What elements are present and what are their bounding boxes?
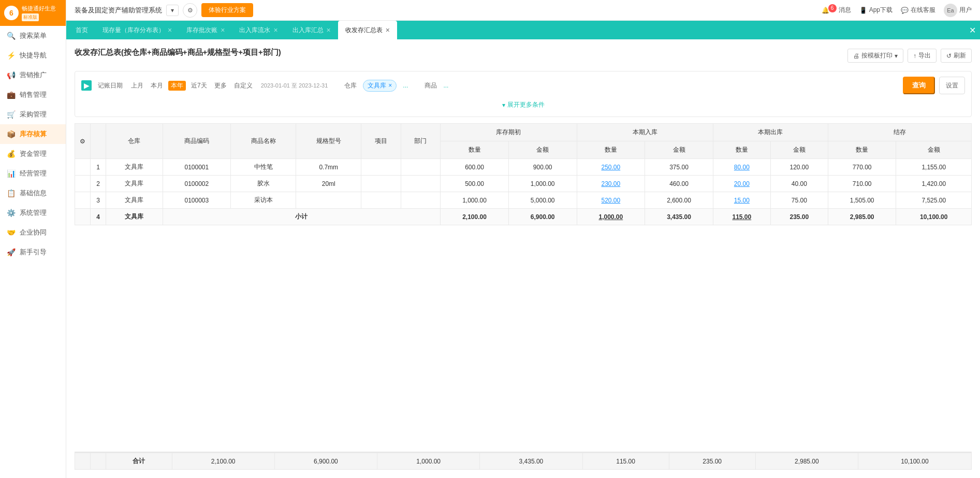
tab-home[interactable]: 首页 [68, 21, 95, 39]
settings-button[interactable]: 设置 [939, 77, 965, 94]
tab-summary[interactable]: 出入库汇总 × [285, 21, 338, 39]
sidebar-item-guide[interactable]: 🚀 新手引导 [0, 242, 66, 262]
expand-more-button[interactable]: ▾ 展开更多条件 [81, 98, 965, 111]
subtotal-open-amt: 6,900.00 [508, 209, 577, 225]
row-product-spec [296, 192, 361, 209]
sidebar-item-finance[interactable]: 💰 资金管理 [0, 144, 66, 164]
quick-icon: ⚡ [6, 51, 16, 60]
sidebar-item-search[interactable]: 🔍 搜索菜单 [0, 26, 66, 46]
subtotal-bal-qty: 2,985.00 [828, 209, 896, 225]
row-in-amt: 460.00 [645, 176, 713, 192]
shortcut-last-month[interactable]: 上月 [129, 81, 145, 91]
query-button[interactable]: 查询 [903, 77, 935, 94]
warehouse-remove-icon[interactable]: × [388, 82, 392, 89]
close-icon[interactable]: × [273, 26, 277, 34]
notifications-button[interactable]: 🔔 6 6 消息 [822, 6, 851, 15]
logo-text: 畅捷通好生意 [22, 5, 56, 12]
shortcut-7days[interactable]: 近7天 [189, 81, 209, 91]
row-open-qty: 600.00 [441, 159, 509, 176]
sidebar-item-sales[interactable]: 💼 销售管理 [0, 85, 66, 105]
row-in-qty[interactable]: 250.00 [577, 159, 645, 176]
shortcut-custom[interactable]: 自定义 [232, 81, 255, 91]
tab-bar: 首页 现存量（库存分布表） × 库存批次账 × 出入库流水 × 出入库汇总 × … [66, 21, 980, 39]
subtotal-num: 4 [91, 209, 106, 225]
row-product-name: 中性笔 [231, 159, 296, 176]
row-product-name: 采访本 [231, 192, 296, 209]
sidebar-item-marketing[interactable]: 📢 营销推广 [0, 65, 66, 85]
tab-label: 库存批次账 [186, 26, 217, 35]
open-amt-head: 金额 [508, 141, 577, 159]
row-in-amt: 375.00 [645, 159, 713, 176]
date-label: 记账日期 [98, 81, 123, 90]
subtotal-in-amt: 3,435.00 [645, 209, 713, 225]
col-settings[interactable]: ⚙ [75, 124, 91, 159]
sidebar-item-operations[interactable]: 📊 经营管理 [0, 164, 66, 183]
sidebar-item-inventory[interactable]: 📦 库存核算 [0, 124, 66, 144]
row-open-amt: 900.00 [508, 159, 577, 176]
export-button[interactable]: ↑ 导出 [908, 49, 937, 63]
tab-receipt-summary[interactable]: 收发存汇总表 × [338, 21, 397, 39]
bal-qty-head: 数量 [828, 141, 896, 159]
shortcut-more[interactable]: 更多 [212, 81, 229, 91]
close-icon[interactable]: × [327, 26, 331, 34]
settings-icon[interactable]: ⚙ [183, 3, 197, 18]
footer-total-table: 合计 2,100.00 6,900.00 1,000.00 3,435.00 1… [75, 453, 972, 470]
sidebar-menu: 🔍 搜索菜单 ⚡ 快捷导航 📢 营销推广 💼 销售管理 🛒 采购管理 📦 库存核… [0, 26, 66, 478]
print-button[interactable]: 🖨 按模板打印 ▾ [847, 49, 903, 63]
table-head: ⚙ 仓库 商品编码 商品名称 规格型号 项目 部门 库存期初 本期入库 本期出库… [75, 124, 972, 159]
warehouse-tag: 文具库 × [363, 80, 397, 92]
col-product-name: 商品名称 [231, 124, 296, 159]
shortcut-this-year[interactable]: 本年 [168, 81, 186, 91]
row-bal-qty: 1,505.00 [828, 192, 896, 209]
user-menu[interactable]: Ea 用户 [944, 4, 972, 17]
row-out-qty[interactable]: 80.00 [713, 159, 770, 176]
sidebar-item-system[interactable]: ⚙️ 系统管理 [0, 203, 66, 223]
subtotal-in-qty: 1,000.00 [577, 209, 645, 225]
warehouse-more[interactable]: ... [403, 82, 408, 89]
total-label: 合计 [106, 453, 172, 470]
total-open-qty: 2,100.00 [172, 453, 274, 470]
sidebar-item-label: 经营管理 [20, 169, 47, 178]
row-in-qty[interactable]: 230.00 [577, 176, 645, 192]
sidebar-item-purchase[interactable]: 🛒 采购管理 [0, 105, 66, 124]
refresh-button[interactable]: ↺ 刷新 [941, 49, 972, 63]
close-icon[interactable]: × [168, 26, 172, 34]
row-num: 3 [91, 192, 106, 209]
total-empty1 [75, 453, 91, 470]
row-out-qty[interactable]: 15.00 [713, 192, 770, 209]
row-dept [401, 176, 440, 192]
tab-batch[interactable]: 库存批次账 × [179, 21, 232, 39]
online-service-button[interactable]: 💬 在线客服 [901, 6, 935, 15]
shortcut-this-month[interactable]: 本月 [149, 81, 165, 91]
logo-icon: 6 [4, 6, 19, 20]
filter-expand-button[interactable]: ▶ [81, 80, 92, 91]
trial-button[interactable]: 体验行业方案 [201, 3, 253, 17]
group-in: 本期入库 [577, 124, 713, 141]
row-out-amt: 120.00 [770, 159, 828, 176]
row-product-spec: 0.7mm [296, 159, 361, 176]
row-open-qty: 500.00 [441, 176, 509, 192]
app-download-button[interactable]: 📱 App下载 [859, 6, 893, 15]
table-row-subtotal: 4 文具库 小计 2,100.00 6,900.00 1,000.00 3,43… [75, 209, 972, 225]
row-open-amt: 1,000.00 [508, 176, 577, 192]
sidebar-item-quick[interactable]: ⚡ 快捷导航 [0, 46, 66, 65]
sales-icon: 💼 [6, 91, 16, 99]
close-icon[interactable]: × [386, 26, 390, 34]
sidebar-item-enterprise[interactable]: 🤝 企业协同 [0, 223, 66, 242]
row-num: 1 [91, 159, 106, 176]
close-icon[interactable]: × [221, 26, 225, 34]
system-dropdown[interactable]: ▾ [166, 5, 179, 16]
product-more[interactable]: ... [443, 82, 448, 89]
row-project [361, 176, 401, 192]
row-num: 2 [91, 176, 106, 192]
row-out-qty[interactable]: 20.00 [713, 176, 770, 192]
tab-flow[interactable]: 出入库流水 × [232, 21, 285, 39]
tab-bar-close-icon[interactable]: ✕ [969, 25, 976, 35]
sidebar-item-label: 新手引导 [20, 248, 47, 257]
tab-label: 收发存汇总表 [345, 26, 383, 35]
sidebar-item-label: 库存核算 [20, 129, 47, 139]
date-range: 2023-01-01 至 2023-12-31 [261, 82, 328, 90]
tab-inventory-dist[interactable]: 现存量（库存分布表） × [95, 21, 179, 39]
row-in-qty[interactable]: 520.00 [577, 192, 645, 209]
sidebar-item-basic[interactable]: 📋 基础信息 [0, 183, 66, 203]
